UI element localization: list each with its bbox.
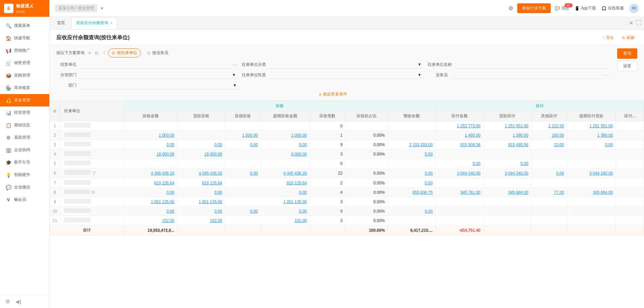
cell-link[interactable]: 0.00 [299,190,307,195]
sidebar-item-member[interactable]: V 畅会员 [0,193,49,206]
collapse-button[interactable]: ∧ 收起更多条件 [56,91,609,97]
department-select[interactable]: ▼ [79,82,239,89]
cell-link[interactable]: 1,001,135.00 [151,200,174,204]
cell-link[interactable]: 4,345,436.20 [151,171,174,176]
sidebar-collapse-icon[interactable]: ◀‖ [15,299,21,304]
export-button[interactable]: ↑ 导出 [600,34,616,42]
refresh-button[interactable]: ↻ 刷新 [619,34,637,42]
cell-link[interactable]: 1,390.00 [597,133,613,138]
cell-link[interactable]: 0.00 [214,142,222,147]
messages-action[interactable]: 💬 消息 99+ [555,5,569,11]
cell-link[interactable]: 0.00 [425,152,433,157]
cell-link[interactable]: 0.00 [250,142,258,147]
cell-link[interactable]: 1,252,773.00 [457,124,480,128]
sidebar-item-business[interactable]: 📊 经营管理 [0,106,49,119]
cell-link[interactable]: 0.00 [425,171,433,176]
sidebar-item-marketing[interactable]: 📢 营销推广 [0,44,49,57]
filter-scheme-partner[interactable]: ⊙ 按往来单位 [108,48,141,57]
sidebar-item-inventory[interactable]: 🏪 库存核算 [0,82,49,94]
tab-home[interactable]: 首页 [52,17,70,29]
tab-query[interactable]: 应收应付余额查询 × [71,17,117,29]
cell-link[interactable]: 3,044,240.00 [457,171,480,176]
cell-link[interactable]: 0.00 [167,142,174,147]
dept-manager-select[interactable]: ▼ [79,71,238,79]
cell-link[interactable]: 3,044,240.00 [589,171,613,176]
cell-link[interactable]: 810,126.64 [287,181,307,185]
partner-name-input[interactable] [454,61,609,69]
cell-link[interactable]: 1,000.00 [291,133,307,138]
sidebar-item-finance[interactable]: 💰 资金管理 [0,94,49,106]
cell-link[interactable]: 345,684.00 [508,190,528,195]
cell-link[interactable]: 152.00 [210,218,222,223]
cell-link[interactable]: 0.00 [299,142,307,147]
cell-link[interactable]: 2,153,333.00 [409,142,433,147]
cell-link[interactable]: 345,761.00 [460,190,480,195]
cell-link[interactable]: 0.00 [556,171,564,176]
cell-link[interactable]: 0.00 [521,161,528,166]
filter-scheme-icon[interactable]: ◎ [95,50,98,55]
cell-link[interactable]: 915,495.56 [508,142,528,147]
cell-link[interactable]: 77.00 [554,190,564,195]
header-settings-icon[interactable]: ⚙ [508,5,513,11]
salesman-input[interactable] [450,71,601,79]
cell-link[interactable]: 4,345,436.20 [283,171,307,176]
sidebar-item-newbie[interactable]: 🎓 新手引导 [0,156,49,169]
cell-link[interactable]: 3,044,240.00 [505,171,528,176]
salesman-dots-icon[interactable]: ··· [604,72,609,78]
cell-link[interactable]: 1,001,135.00 [199,200,222,204]
cell-link[interactable]: 0.00 [214,190,222,195]
cell-link[interactable]: 100.00 [552,133,564,138]
sidebar-item-quicknav[interactable]: 🏠 快捷导航 [0,32,49,44]
settlement-dots-icon[interactable]: ··· [232,62,238,68]
cell-link[interactable]: 1,490.00 [465,133,481,138]
cell-link[interactable]: 101.00 [294,218,307,223]
cell-link[interactable]: 0.00 [299,209,307,214]
user-profile[interactable]: Rit [629,4,639,13]
sidebar-item-system[interactable]: ⚙ 系统管理 [0,131,49,144]
tab-close-icon[interactable]: × [110,21,112,25]
sidebar-item-hardware[interactable]: 💡 智能硬件 [0,169,49,181]
cell-link[interactable]: 655,636.75 [413,190,433,195]
service-action[interactable]: 🎧 在线客服 [601,5,624,11]
cell-link[interactable]: 345,684.00 [593,190,613,195]
sidebar-item-wechat[interactable]: 💬 企业微信 [0,181,49,193]
filter-add-icon[interactable]: ＋ [87,50,92,56]
filter-scheme-salesman[interactable]: ⊙ 按业务员 [144,49,172,57]
cell-link[interactable]: 810,126.64 [154,181,174,185]
tab-maximize-icon[interactable]: ⛶ [636,20,641,26]
sidebar-item-corp[interactable]: 🏢 企业协同 [0,144,49,156]
settlement-input[interactable] [79,61,230,69]
sidebar-settings-icon[interactable]: ⚙ [5,298,10,305]
app-action[interactable]: 📱 App下载 [575,5,596,11]
cell-link[interactable]: 0.00 [425,181,433,185]
filter-collapse-icon[interactable]: 《 [101,50,105,56]
sidebar-item-basic[interactable]: 📋 基础信息 [0,119,49,131]
cell-link[interactable]: 1,001,135.00 [283,200,307,204]
promo-button[interactable]: 体验行业方案 [517,3,551,13]
cell-link[interactable]: 0.00 [250,171,258,176]
cell-link[interactable]: 0.00 [167,190,174,195]
cell-link[interactable]: 152.00 [162,218,174,223]
partner-category-select[interactable]: ▼ [269,61,423,69]
sidebar-item-search[interactable]: 🔍 搜索菜单 [0,19,49,32]
cell-link[interactable]: 1,251,551.00 [589,124,613,128]
cell-link[interactable]: 1,222.00 [548,124,564,128]
cell-link[interactable]: 1,251,551.00 [505,124,528,128]
cell-link[interactable]: 915,508.56 [460,142,480,147]
cell-link[interactable]: 0.00 [167,209,174,214]
cell-link[interactable]: 0.00 [214,209,222,214]
cell-link[interactable]: 810,126.64 [202,181,222,185]
query-button[interactable]: 查询 [617,48,637,59]
cell-link[interactable]: 18,000.00 [157,152,174,157]
col-settings-icon[interactable]: ⚙ [50,101,60,121]
cell-link[interactable]: 1,000.00 [242,133,258,138]
tab-close-window-icon[interactable]: ✕ [629,20,633,26]
cell-link[interactable]: 0.00 [605,142,613,147]
cell-link[interactable]: 9,000.00 [291,152,307,157]
cell-link[interactable]: 1,390.00 [513,133,528,138]
cell-link[interactable]: 13.00 [554,142,564,147]
cell-link[interactable]: 18,000.00 [204,152,222,157]
cell-link[interactable]: 0.00 [425,209,433,214]
cell-link[interactable]: 4,345,436.20 [199,171,222,176]
cell-link[interactable]: 0.00 [250,209,258,214]
